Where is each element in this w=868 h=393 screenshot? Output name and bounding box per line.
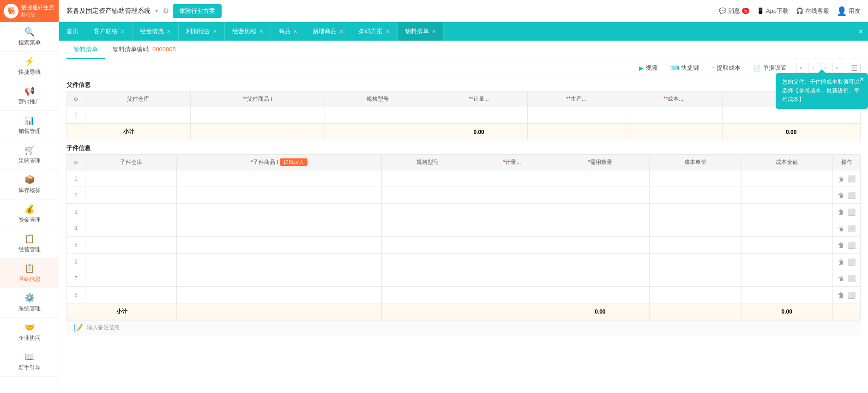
parent-row-1-qty[interactable] xyxy=(430,107,528,124)
tab-home[interactable]: 首页 xyxy=(59,22,86,41)
tab-customer-close[interactable]: ✕ xyxy=(121,29,125,35)
sidebar-item-search[interactable]: 🔍 搜索菜单 xyxy=(0,22,59,52)
child-row-4-spec[interactable] xyxy=(381,220,473,237)
child-row-4-cost-amount[interactable] xyxy=(741,220,832,237)
child-row-1-needed-qty[interactable] xyxy=(551,170,650,187)
copy-row-icon[interactable]: ⬜ xyxy=(848,258,856,266)
child-row-7-product[interactable] xyxy=(177,270,382,287)
child-row-1-product[interactable] xyxy=(177,170,382,187)
nav-next-next[interactable]: » xyxy=(832,63,842,73)
child-row-1-qty-unit[interactable] xyxy=(473,170,551,187)
parent-row-1-produce[interactable] xyxy=(527,107,625,124)
tab-add-goods[interactable]: 新增商品 ✕ xyxy=(305,22,351,41)
hotkey-button[interactable]: ⌨ 快捷键 xyxy=(667,62,703,74)
sidebar-item-finance[interactable]: 💰 资金管理 xyxy=(0,200,59,229)
copy-row-icon[interactable]: ⬜ xyxy=(848,208,856,216)
child-row-5-needed-qty[interactable] xyxy=(551,237,650,254)
sidebar-item-collab[interactable]: 🤝 企业协同 xyxy=(0,318,59,347)
menu-icon[interactable]: ☰ xyxy=(848,63,861,73)
sidebar-item-purchase[interactable]: 🛒 采购管理 xyxy=(0,140,59,170)
child-row-3-cost-amount[interactable] xyxy=(741,204,832,220)
child-row-1-cost-amount[interactable] xyxy=(741,170,832,187)
parent-row-1-product[interactable] xyxy=(191,107,325,124)
copy-row-icon[interactable]: ⬜ xyxy=(848,175,856,182)
child-row-5-unit-cost[interactable] xyxy=(650,237,741,254)
child-row-1-unit-cost[interactable] xyxy=(650,170,741,187)
child-row-2-warehouse[interactable] xyxy=(85,187,177,204)
close-all-tabs[interactable]: ✕ xyxy=(853,22,868,41)
parent-row-1-cost-amount[interactable] xyxy=(722,107,860,124)
child-row-5-product[interactable] xyxy=(177,237,382,254)
tab-customer[interactable]: 客户联络 ✕ xyxy=(86,22,133,41)
sidebar-item-quicknav[interactable]: ⚡ 快捷导航 xyxy=(0,52,59,81)
child-row-3-warehouse[interactable] xyxy=(85,204,177,220)
copy-row-icon[interactable]: ⬜ xyxy=(848,242,856,249)
delete-row-icon[interactable]: 🗑 xyxy=(838,175,844,182)
child-row-7-unit-cost[interactable] xyxy=(650,270,741,287)
child-row-4-warehouse[interactable] xyxy=(85,220,177,237)
child-row-7-spec[interactable] xyxy=(381,270,473,287)
system-dropdown-arrow[interactable]: ▼ xyxy=(154,8,159,13)
tab-profit-close[interactable]: ✕ xyxy=(213,29,217,35)
delete-row-icon[interactable]: 🗑 xyxy=(838,242,844,249)
child-row-1-warehouse[interactable] xyxy=(85,170,177,187)
user-menu[interactable]: 👤 用友 xyxy=(837,6,861,16)
sidebar-item-sales[interactable]: 📊 销售管理 xyxy=(0,111,59,140)
trial-button[interactable]: 体验行业方案 xyxy=(173,4,222,18)
child-row-6-spec[interactable] xyxy=(381,254,473,270)
child-row-2-qty-unit[interactable] xyxy=(473,187,551,204)
sub-tab-bom-list[interactable]: 物料清单 xyxy=(66,41,105,59)
sidebar-item-system[interactable]: ⚙️ 系统管理 xyxy=(0,288,59,318)
child-row-4-product[interactable] xyxy=(177,220,382,237)
child-row-3-qty-unit[interactable] xyxy=(473,204,551,220)
child-th-settings[interactable]: ⚙ xyxy=(67,155,85,170)
delete-row-icon[interactable]: 🗑 xyxy=(838,258,844,266)
child-row-8-spec[interactable] xyxy=(381,287,473,303)
child-row-5-spec[interactable] xyxy=(381,237,473,254)
child-row-3-spec[interactable] xyxy=(381,204,473,220)
sidebar-item-guide[interactable]: 📖 新手引导 xyxy=(0,347,59,377)
sub-tab-bom-code[interactable]: 物料清单编码 0000005 xyxy=(105,41,183,59)
child-row-7-qty-unit[interactable] xyxy=(473,270,551,287)
tab-barcode[interactable]: 条码方案 ✕ xyxy=(351,22,398,41)
copy-row-icon[interactable]: ⬜ xyxy=(848,275,856,282)
sidebar-item-basic[interactable]: 📋 基础信息 xyxy=(0,259,59,288)
delete-row-icon[interactable]: 🗑 xyxy=(838,275,844,282)
tooltip-close[interactable]: ✕ xyxy=(859,75,864,85)
copy-row-icon[interactable]: ⬜ xyxy=(848,291,856,299)
extract-cost-button[interactable]: ↑ 提取成本 xyxy=(708,62,745,74)
child-row-4-qty-unit[interactable] xyxy=(473,220,551,237)
message-button[interactable]: 💬 消息 5 xyxy=(719,7,749,15)
child-row-7-needed-qty[interactable] xyxy=(551,270,650,287)
child-row-2-cost-amount[interactable] xyxy=(741,187,832,204)
child-row-2-spec[interactable] xyxy=(381,187,473,204)
nav-prev[interactable]: ‹ xyxy=(808,63,818,73)
tab-bom[interactable]: 物料清单 ✕ xyxy=(398,22,444,41)
sidebar-item-operations[interactable]: 📋 经营管理 xyxy=(0,229,59,259)
tab-barcode-close[interactable]: ✕ xyxy=(386,29,390,35)
copy-row-icon[interactable]: ⬜ xyxy=(848,225,856,232)
tab-goods-close[interactable]: ✕ xyxy=(293,29,297,35)
tab-profit[interactable]: 利润报告 ✕ xyxy=(179,22,225,41)
parent-row-1-warehouse[interactable] xyxy=(85,107,191,124)
child-row-5-cost-amount[interactable] xyxy=(741,237,832,254)
parent-product-info-icon[interactable]: ℹ xyxy=(271,96,272,102)
child-row-3-unit-cost[interactable] xyxy=(650,204,741,220)
child-row-5-qty-unit[interactable] xyxy=(473,237,551,254)
child-row-4-needed-qty[interactable] xyxy=(551,220,650,237)
child-row-7-warehouse[interactable] xyxy=(85,270,177,287)
tab-history-close[interactable]: ✕ xyxy=(259,29,263,35)
child-row-6-unit-cost[interactable] xyxy=(650,254,741,270)
child-row-2-needed-qty[interactable] xyxy=(551,187,650,204)
tab-operations-status[interactable]: 经营情况 ✕ xyxy=(133,22,179,41)
child-row-2-unit-cost[interactable] xyxy=(650,187,741,204)
child-row-6-warehouse[interactable] xyxy=(85,254,177,270)
app-download-button[interactable]: 📱 App下载 xyxy=(757,7,789,15)
child-row-8-unit-cost[interactable] xyxy=(650,287,741,303)
service-button[interactable]: 🎧 在线客服 xyxy=(796,7,829,15)
parent-row-1-spec[interactable] xyxy=(325,107,430,124)
child-row-6-needed-qty[interactable] xyxy=(551,254,650,270)
parent-th-settings[interactable]: ⚙ xyxy=(67,91,85,107)
child-row-3-product[interactable] xyxy=(177,204,382,220)
tab-history[interactable]: 经营历程 ✕ xyxy=(225,22,271,41)
